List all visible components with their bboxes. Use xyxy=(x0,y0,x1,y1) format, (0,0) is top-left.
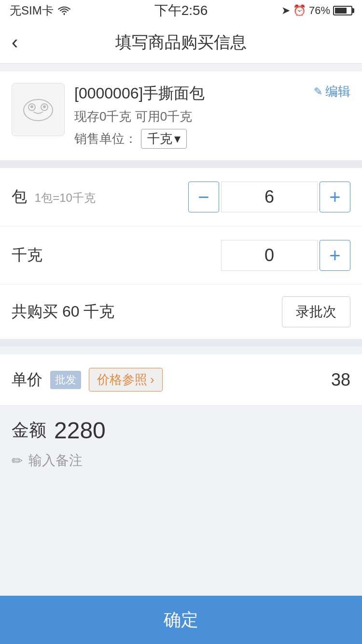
amount-value: 2280 xyxy=(54,417,106,444)
status-time: 下午2:56 xyxy=(154,1,208,20)
wifi-icon xyxy=(57,6,71,15)
edit-icon: ✎ xyxy=(314,85,322,98)
battery-icon xyxy=(333,6,352,15)
summary-text: 共购买 60 千克 xyxy=(12,301,114,322)
pack-qty-control: − + xyxy=(188,182,350,212)
unit-dropdown-icon: ▾ xyxy=(174,131,181,146)
pack-increase-button[interactable]: + xyxy=(320,182,350,212)
pack-row: 包 1包=10千克 − + xyxy=(0,168,362,226)
nav-bar: ‹ 填写商品购买信息 xyxy=(0,21,362,64)
battery-percent: 76% xyxy=(309,4,330,17)
status-bar: 无SIM卡 下午2:56 ➤ ⏰ 76% xyxy=(0,0,362,21)
product-stock: 现存0千克 可用0千克 xyxy=(74,108,350,125)
edit-label: 编辑 xyxy=(325,83,350,100)
product-name: [0000006]手撕面包 xyxy=(74,83,350,104)
product-thumbnail xyxy=(12,83,65,136)
section-divider-2 xyxy=(0,339,362,347)
confirm-button[interactable]: 确定 xyxy=(0,596,362,644)
unit-value: 千克 xyxy=(147,130,172,147)
amount-row: 金额 2280 xyxy=(12,417,350,444)
pack-label: 包 xyxy=(12,188,27,205)
note-placeholder: 输入备注 xyxy=(28,451,83,470)
unit-badge[interactable]: 千克 ▾ xyxy=(141,129,187,149)
carrier-text: 无SIM卡 xyxy=(10,3,54,18)
note-icon: ✏ xyxy=(12,453,23,469)
kg-increase-button[interactable]: + xyxy=(320,240,350,271)
price-section: 单价 批发 价格参照 › 38 xyxy=(0,354,362,406)
page-title: 填写商品购买信息 xyxy=(115,31,247,54)
kg-row: 千克 + xyxy=(0,226,362,285)
location-icon: ➤ xyxy=(281,4,290,17)
product-info: [0000006]手撕面包 现存0千克 可用0千克 销售单位： 千克 ▾ xyxy=(74,83,350,149)
kg-qty-control: + xyxy=(221,240,350,271)
product-logo-icon xyxy=(21,97,55,123)
spacer xyxy=(0,477,362,613)
price-label: 单价 xyxy=(12,369,42,391)
status-right: ➤ ⏰ 76% xyxy=(281,4,352,17)
record-batch-button[interactable]: 录批次 xyxy=(282,296,350,327)
svg-point-4 xyxy=(43,105,46,108)
product-unit: 销售单位： 千克 ▾ xyxy=(74,129,350,149)
pack-input-section: 包 1包=10千克 − + 千克 + xyxy=(0,168,362,285)
pack-decrease-button[interactable]: − xyxy=(188,182,219,212)
price-row: 单价 批发 价格参照 › 38 xyxy=(0,354,362,406)
section-divider-1 xyxy=(0,160,362,168)
alarm-icon: ⏰ xyxy=(293,4,306,17)
kg-label: 千克 xyxy=(12,245,42,266)
back-button[interactable]: ‹ xyxy=(12,31,18,53)
price-ref-label: 价格参照 xyxy=(97,371,147,388)
price-reference-button[interactable]: 价格参照 › xyxy=(89,368,163,392)
product-card: [0000006]手撕面包 现存0千克 可用0千克 销售单位： 千克 ▾ ✎ 编… xyxy=(0,71,362,160)
batch-badge: 批发 xyxy=(50,371,81,389)
unit-label: 销售单位： xyxy=(74,130,137,147)
price-ref-arrow-icon: › xyxy=(150,372,154,387)
kg-qty-input[interactable] xyxy=(221,240,318,271)
pack-qty-input[interactable] xyxy=(221,182,318,212)
amount-label: 金额 xyxy=(12,419,46,442)
price-value: 38 xyxy=(331,370,350,390)
status-left: 无SIM卡 xyxy=(10,3,71,18)
amount-section: 金额 2280 ✏ 输入备注 xyxy=(0,406,362,477)
pack-label-group: 包 1包=10千克 xyxy=(12,186,96,208)
note-row[interactable]: ✏ 输入备注 xyxy=(12,451,350,470)
edit-button[interactable]: ✎ 编辑 xyxy=(314,83,350,100)
summary-row: 共购买 60 千克 录批次 xyxy=(0,285,362,339)
pack-hint: 1包=10千克 xyxy=(35,191,96,204)
svg-point-3 xyxy=(30,105,33,108)
svg-point-0 xyxy=(24,99,53,121)
